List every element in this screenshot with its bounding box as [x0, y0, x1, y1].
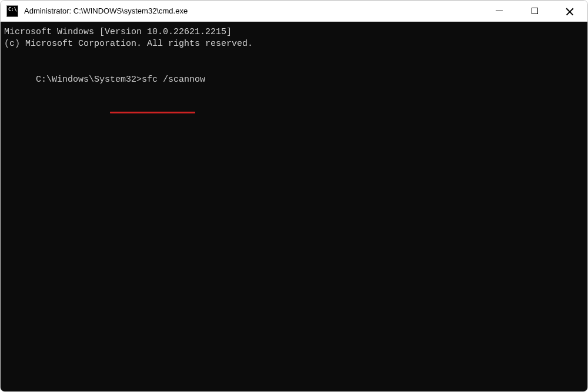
- window-title: Administrator: C:\WINDOWS\system32\cmd.e…: [24, 6, 482, 15]
- titlebar[interactable]: C:\ Administrator: C:\WINDOWS\system32\c…: [1, 1, 587, 22]
- terminal-body[interactable]: Microsoft Windows [Version 10.0.22621.22…: [1, 22, 587, 391]
- cmd-window: C:\ Administrator: C:\WINDOWS\system32\c…: [0, 0, 588, 392]
- version-line: Microsoft Windows [Version 10.0.22621.22…: [4, 26, 584, 38]
- prompt-text: C:\Windows\System32>: [36, 75, 142, 85]
- minimize-button[interactable]: [482, 1, 517, 21]
- cmd-icon-text: C:\: [8, 7, 16, 12]
- blank-line: [4, 51, 584, 62]
- minimize-icon: [496, 11, 503, 11]
- window-controls: [482, 1, 587, 21]
- close-icon: [566, 7, 574, 15]
- close-button[interactable]: [552, 1, 587, 21]
- copyright-line: (c) Microsoft Corporation. All rights re…: [4, 38, 584, 50]
- annotation-underline: [110, 112, 195, 113]
- command-text: sfc /scannow: [142, 75, 205, 85]
- prompt-line: C:\Windows\System32>sfc /scannow: [4, 62, 205, 110]
- maximize-icon: [532, 8, 538, 14]
- cmd-icon: C:\: [6, 5, 18, 17]
- maximize-button[interactable]: [517, 1, 552, 21]
